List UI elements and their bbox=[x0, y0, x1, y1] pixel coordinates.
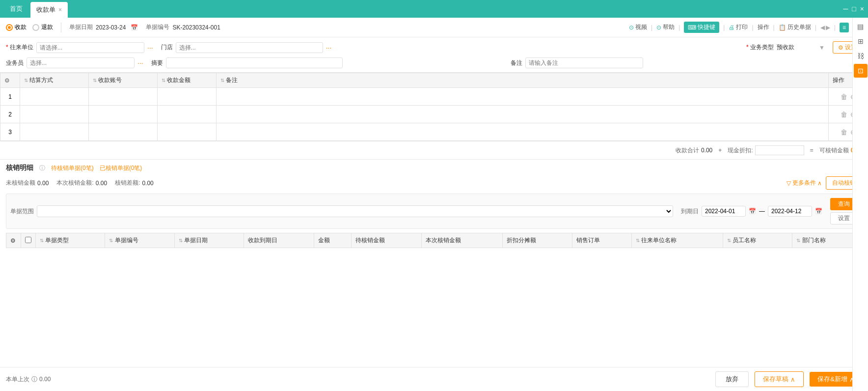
row-settle-3[interactable] bbox=[20, 123, 89, 141]
footer-info-icon[interactable]: ⓘ bbox=[31, 375, 37, 384]
th-remark-label: 备注 bbox=[226, 77, 238, 84]
toolbar-divider-1 bbox=[61, 23, 61, 32]
th-doc-type: ⇅ 单据类型 bbox=[36, 233, 105, 248]
tab-home[interactable]: 首页 bbox=[4, 0, 28, 18]
save-draft-arrow[interactable]: ∧ bbox=[790, 376, 795, 383]
row-settle-1[interactable] bbox=[20, 88, 89, 106]
nav-grid-btn[interactable]: ≡ bbox=[840, 23, 849, 32]
row-amount-2[interactable] bbox=[158, 106, 217, 123]
store-ellipsis-btn[interactable]: ··· bbox=[326, 44, 332, 52]
action-history[interactable]: 📋 历史单据 bbox=[779, 23, 811, 31]
radio-receipt[interactable]: 收款 bbox=[6, 23, 27, 31]
action-ops[interactable]: 操作 bbox=[758, 23, 769, 31]
action-shortcut-label: 快捷键 bbox=[698, 23, 715, 31]
nav-arrows: ◀ ▶ bbox=[820, 24, 830, 31]
biz-type-arrow[interactable]: ▼ bbox=[819, 44, 825, 51]
discount-input[interactable] bbox=[755, 145, 804, 155]
right-panel: ▤ ⊞ ⛓ ⊡ bbox=[852, 18, 868, 391]
form-row-1: 往来单位 ··· 门店 ··· 业务类型 预收款 ▼ ⚙ 设置 bbox=[6, 41, 862, 54]
right-panel-icon-4[interactable]: ⊡ bbox=[854, 64, 868, 78]
action-video[interactable]: ⊙ 视频 bbox=[629, 23, 647, 31]
th-checkbox: ⚙ bbox=[6, 233, 21, 248]
tab-close-icon[interactable]: × bbox=[58, 6, 62, 13]
total-item: 收款合计 0.00 bbox=[676, 146, 712, 155]
window-minimize-icon[interactable]: ─ bbox=[843, 5, 848, 13]
date-to-calendar-icon[interactable]: 📅 bbox=[815, 208, 822, 215]
date-from-input[interactable] bbox=[702, 206, 746, 217]
th-employee: ⇅ 员工名称 bbox=[723, 233, 792, 248]
agent-label: 业务员 bbox=[6, 59, 24, 67]
table-row: 3 🗑 ⊕ bbox=[0, 123, 868, 141]
doc-date-calendar-icon[interactable]: 📅 bbox=[131, 24, 138, 31]
window-close-icon[interactable]: × bbox=[860, 5, 864, 13]
row-no-1: 1 bbox=[0, 88, 20, 106]
more-conditions-btn[interactable]: ▽ 更多条件 ∧ bbox=[787, 179, 822, 187]
store-input[interactable] bbox=[176, 42, 323, 53]
date-to-input[interactable] bbox=[768, 206, 812, 217]
row-amount-3[interactable] bbox=[158, 123, 217, 141]
abandon-btn[interactable]: 放弃 bbox=[715, 371, 749, 387]
agent-ellipsis-btn[interactable]: ··· bbox=[137, 59, 143, 67]
nuclear-done-tab[interactable]: 已核销单据(0笔) bbox=[100, 164, 142, 172]
row-remark-1[interactable] bbox=[217, 88, 829, 106]
nav-next-icon[interactable]: ▶ bbox=[826, 24, 830, 31]
toolbar-actions: ⊙ 视频 | ⊙ 帮助 | ⌨ 快捷键 | 🖨 打印 | 操作 | bbox=[629, 22, 862, 33]
row-remark-3[interactable] bbox=[217, 123, 829, 141]
party-input[interactable] bbox=[36, 42, 144, 53]
row-remark-2[interactable] bbox=[217, 106, 829, 123]
agent-input[interactable] bbox=[27, 57, 135, 68]
biz-type-value: 预收款 bbox=[777, 43, 816, 52]
nuclear-stats-right: ▽ 更多条件 ∧ 自动核销 bbox=[787, 176, 862, 190]
radio-refund[interactable]: 退款 bbox=[32, 23, 53, 31]
row-delete-2[interactable]: 🗑 bbox=[841, 111, 847, 118]
nuclear-info-icon[interactable]: ⓘ bbox=[39, 164, 45, 172]
row-amount-1[interactable] bbox=[158, 88, 217, 106]
date-from-calendar-icon[interactable]: 📅 bbox=[749, 208, 756, 215]
nuclear-pending-tab[interactable]: 待核销单据(0笔) bbox=[51, 164, 94, 172]
row-no-2: 2 bbox=[0, 106, 20, 123]
memo-input[interactable] bbox=[525, 57, 643, 68]
window-maximize-icon[interactable]: □ bbox=[852, 5, 856, 13]
summary-input[interactable] bbox=[166, 57, 343, 68]
radio-receipt-label: 收款 bbox=[15, 23, 27, 31]
row-account-3[interactable] bbox=[89, 123, 158, 141]
memo-field: 备注 bbox=[511, 57, 862, 68]
check-all[interactable] bbox=[25, 237, 31, 243]
gear-icon-bottom[interactable]: ⚙ bbox=[10, 237, 16, 244]
right-panel-icon-3[interactable]: ⛓ bbox=[854, 49, 868, 63]
action-print[interactable]: 🖨 打印 bbox=[729, 23, 748, 31]
bottom-table-area: ⚙ ⇅ 单据类型 ⇅ 单据编号 bbox=[6, 233, 862, 363]
row-delete-3[interactable]: 🗑 bbox=[841, 128, 847, 136]
action-help[interactable]: ⊙ 帮助 bbox=[656, 23, 675, 31]
doc-no-field: 单据编号 SK-20230324-001 bbox=[146, 23, 220, 31]
row-delete-1[interactable]: 🗑 bbox=[841, 93, 847, 101]
doc-date-field: 单据日期 2023-03-24 📅 bbox=[69, 23, 138, 31]
save-draft-btn[interactable]: 保存草稿 ∧ bbox=[755, 371, 804, 387]
table-settings-icon[interactable]: ⚙ bbox=[4, 77, 10, 84]
right-panel-icon-1[interactable]: ▤ bbox=[854, 20, 868, 33]
tab-receipt[interactable]: 收款单 × bbox=[30, 2, 68, 18]
row-settle-2[interactable] bbox=[20, 106, 89, 123]
video-icon: ⊙ bbox=[629, 24, 634, 31]
th-settle-label: 结算方式 bbox=[29, 77, 53, 84]
action-shortcut-btn[interactable]: ⌨ 快捷键 bbox=[684, 22, 719, 33]
save-new-label: 保存&新增 bbox=[817, 375, 847, 384]
chevron-up-icon: ∧ bbox=[817, 180, 822, 187]
footer-row: 本单上次 ⓘ 0.00 放弃 保存草稿 ∧ 保存&新增 ∧ bbox=[0, 367, 868, 391]
nav-prev-icon[interactable]: ◀ bbox=[820, 24, 825, 31]
nuclear-title: 核销明细 bbox=[6, 164, 33, 172]
right-panel-icon-2[interactable]: ⊞ bbox=[854, 34, 868, 48]
eq-sign: = bbox=[810, 147, 814, 154]
footer-info: 本单上次 ⓘ 0.00 bbox=[6, 375, 51, 384]
th-doc-no: ⇅ 单据编号 bbox=[105, 233, 174, 248]
party-ellipsis-btn[interactable]: ··· bbox=[147, 44, 153, 52]
range-select[interactable] bbox=[37, 205, 673, 217]
form-area: 往来单位 ··· 门店 ··· 业务类型 预收款 ▼ ⚙ 设置 业务员 bbox=[0, 37, 868, 73]
plus-sign: + bbox=[718, 147, 722, 154]
row-account-1[interactable] bbox=[89, 88, 158, 106]
memo-label: 备注 bbox=[511, 59, 522, 67]
table-row: 2 🗑 ⊕ bbox=[0, 106, 868, 123]
nuclear-section: 核销明细 ⓘ 待核销单据(0笔) 已核销单据(0笔) 未核销金额 0.00 本次… bbox=[0, 160, 868, 367]
th-settings: ⚙ bbox=[0, 73, 20, 88]
row-account-2[interactable] bbox=[89, 106, 158, 123]
